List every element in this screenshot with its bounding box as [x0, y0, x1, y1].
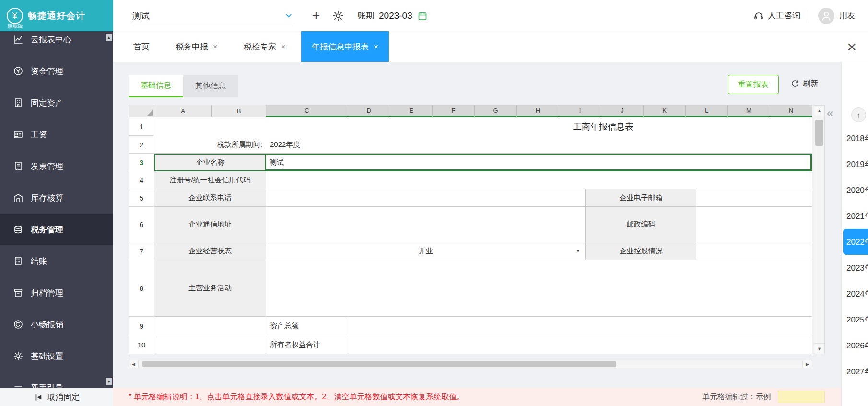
scroll-up-arrow[interactable]: ▲: [814, 106, 824, 116]
column-header-h[interactable]: H: [517, 105, 559, 117]
year-item[interactable]: 2019年: [842, 151, 868, 177]
sidebar-scroll-down-button[interactable]: ▼: [106, 378, 112, 385]
row-number[interactable]: 7: [129, 242, 154, 260]
row-number[interactable]: 10: [129, 335, 154, 354]
row-number[interactable]: 8: [129, 260, 154, 317]
vertical-scrollbar[interactable]: ▲ ▼: [814, 105, 825, 354]
row-number[interactable]: 6: [129, 207, 154, 242]
subtab-other-info[interactable]: 其他信息: [183, 75, 238, 97]
settings-gear-icon[interactable]: [332, 10, 344, 22]
column-header-a[interactable]: A: [154, 105, 212, 117]
unpin-sidebar-button[interactable]: 取消固定: [0, 388, 113, 406]
cell-empty[interactable]: [154, 335, 266, 354]
row-number[interactable]: 1: [129, 117, 154, 136]
tab-home[interactable]: 首页: [123, 31, 160, 62]
calendar-icon[interactable]: [417, 11, 428, 21]
column-header-k[interactable]: K: [644, 105, 686, 117]
tab-tax-expert[interactable]: 税检专家 ×: [233, 31, 296, 62]
collapse-year-panel-icon[interactable]: «: [827, 107, 833, 120]
cell-value-total-assets[interactable]: [348, 317, 812, 335]
sidebar-item-guide[interactable]: 新手引导: [0, 372, 113, 388]
sidebar-item-settings[interactable]: 基础设置: [0, 340, 113, 372]
cell-value-period[interactable]: 2022年度: [266, 136, 812, 154]
cell-value-phone[interactable]: [266, 189, 586, 207]
row-number[interactable]: 5: [129, 189, 154, 207]
horizontal-scrollbar[interactable]: ◀ ▶: [129, 360, 812, 368]
year-item[interactable]: 2023年: [842, 255, 868, 281]
column-header-c[interactable]: C: [266, 105, 348, 117]
column-header-j[interactable]: J: [601, 105, 644, 117]
cell-value-address[interactable]: [266, 207, 586, 242]
row-number[interactable]: 9: [129, 317, 154, 335]
horizontal-scroll-thumb[interactable]: [142, 361, 616, 367]
year-item[interactable]: 2018年: [842, 125, 868, 151]
sidebar-item-expense[interactable]: 小畅报销: [0, 309, 113, 340]
sidebar-item-invoice[interactable]: 发票管理: [0, 150, 113, 182]
row-number[interactable]: 4: [129, 171, 154, 189]
user-avatar[interactable]: [818, 8, 834, 24]
tab-tax-filing[interactable]: 税务申报 ×: [165, 31, 228, 62]
edited-color-swatch: [778, 391, 825, 403]
column-header-f[interactable]: F: [433, 105, 475, 117]
cell-value-main-business[interactable]: [266, 260, 812, 317]
row-number[interactable]: 2: [129, 136, 154, 154]
refresh-button[interactable]: 刷新: [790, 79, 818, 89]
column-header-b[interactable]: B: [212, 105, 266, 117]
scroll-left-arrow[interactable]: ◀: [129, 360, 139, 368]
cell-value-company-name[interactable]: 测试: [265, 155, 811, 170]
vertical-scroll-track[interactable]: [814, 116, 824, 343]
tab-annual-report[interactable]: 年报信息申报表 ×: [301, 31, 389, 62]
year-item[interactable]: 2025年: [842, 307, 868, 333]
sidebar-item-salary[interactable]: 工资: [0, 119, 113, 150]
cell-value-postcode[interactable]: [696, 207, 812, 242]
tab-close-icon[interactable]: ×: [281, 43, 286, 51]
cell-value-owner-equity[interactable]: [348, 335, 812, 354]
year-item[interactable]: 2020年: [842, 177, 868, 203]
year-item[interactable]: 2024年: [842, 281, 868, 307]
cell-value-business-status[interactable]: 开业 ▼: [266, 242, 586, 260]
row-number[interactable]: 3: [129, 154, 154, 171]
sidebar-item-closing[interactable]: 结账: [0, 245, 113, 277]
sidebar-item-cloud-reports[interactable]: 云报表中心: [0, 31, 113, 55]
vertical-scroll-thumb[interactable]: [815, 120, 823, 146]
column-header-n[interactable]: N: [770, 105, 812, 117]
tab-close-icon[interactable]: ×: [374, 43, 378, 51]
year-item[interactable]: 2027年: [842, 358, 868, 384]
sidebar-item-funds[interactable]: 资金管理: [0, 55, 113, 87]
column-header-d[interactable]: D: [348, 105, 390, 117]
tab-close-icon[interactable]: ×: [213, 43, 218, 51]
support-button[interactable]: 人工咨询: [753, 10, 800, 21]
account-selector[interactable]: 测试: [132, 6, 293, 25]
column-header-i[interactable]: I: [559, 105, 601, 117]
cell-empty[interactable]: [154, 317, 266, 335]
column-header-l[interactable]: L: [686, 105, 728, 117]
sidebar-item-tax[interactable]: 税务管理: [0, 214, 113, 245]
document-tab-bar: 首页 税务申报 × 税检专家 × 年报信息申报表 × ×: [113, 31, 868, 62]
cell-value-credit-code[interactable]: [266, 171, 812, 189]
user-name[interactable]: 用友: [839, 10, 856, 21]
period-value[interactable]: 2023-03: [379, 11, 412, 21]
period-picker[interactable]: 账期 2023-03: [358, 0, 428, 31]
column-header-e[interactable]: E: [390, 105, 433, 117]
horizontal-scroll-track[interactable]: [139, 360, 802, 368]
year-scroll-up-button[interactable]: ↑: [851, 107, 866, 122]
year-item[interactable]: 2026年: [842, 333, 868, 358]
close-page-icon[interactable]: ×: [847, 37, 856, 57]
select-all-corner[interactable]: [129, 105, 154, 117]
sidebar-item-inventory[interactable]: 库存核算: [0, 182, 113, 214]
reset-report-button[interactable]: 重置报表: [728, 75, 779, 94]
cell-value-email[interactable]: [696, 189, 812, 207]
year-item[interactable]: 2021年: [842, 203, 868, 229]
subtab-basic-info[interactable]: 基础信息: [129, 75, 183, 97]
scroll-down-arrow[interactable]: ▼: [814, 343, 824, 354]
column-header-m[interactable]: M: [728, 105, 770, 117]
dropdown-caret-icon[interactable]: ▼: [576, 249, 580, 253]
sidebar-scroll-up-button[interactable]: ▲: [106, 34, 112, 41]
sidebar-item-archive[interactable]: 归档管理: [0, 277, 113, 309]
cell-value-holding-status[interactable]: [696, 242, 812, 260]
scroll-right-arrow[interactable]: ▶: [802, 360, 812, 368]
add-account-button[interactable]: +: [308, 6, 324, 25]
column-header-g[interactable]: G: [475, 105, 517, 117]
sidebar-item-fixed-assets[interactable]: 固定资产: [0, 87, 113, 119]
year-item-active[interactable]: 2022年: [843, 229, 868, 255]
